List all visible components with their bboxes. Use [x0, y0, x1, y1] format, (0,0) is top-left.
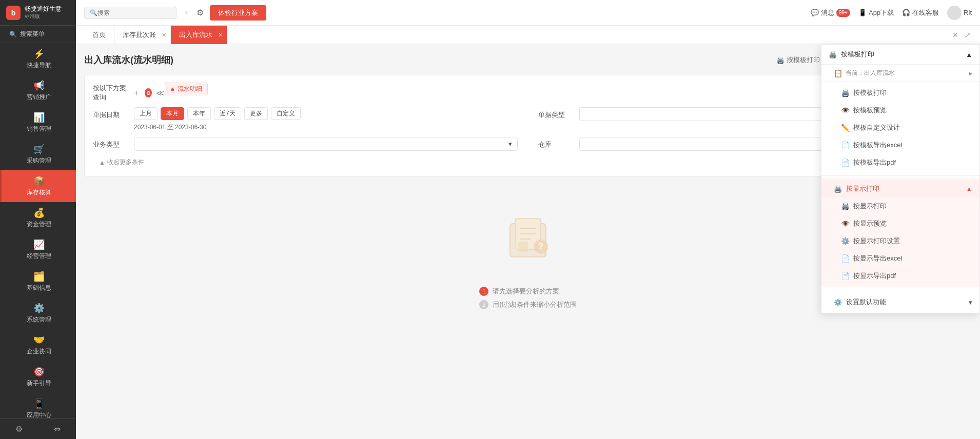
purchase-icon: 🛒 — [33, 144, 45, 155]
sidebar-collapse-btn[interactable]: ⇔ — [54, 424, 61, 434]
filter-expand-btn[interactable]: ≪ — [156, 88, 165, 98]
date-last-month-btn[interactable]: 上月 — [134, 107, 158, 120]
tab-home[interactable]: 首页 — [84, 26, 114, 44]
app-download-label: App下载 — [869, 8, 894, 17]
app-download-btn[interactable]: 📱 App下载 — [858, 8, 894, 17]
filter-name-tag[interactable]: ● 流水明细 — [165, 83, 208, 95]
empty-step-1: 1 请先选择要分析的方案 — [479, 285, 576, 298]
inventory-icon: 📦 — [33, 175, 45, 187]
operations-icon: 📈 — [33, 239, 45, 250]
dropdown-divider-1 — [821, 175, 979, 176]
date-more-btn[interactable]: 更多 — [244, 107, 268, 120]
dropdown-title: 按模板打印 — [841, 50, 874, 59]
filter-date-label: 单据日期 — [93, 107, 134, 119]
filter-date-range: 2023-06-01 至 2023-06-30 — [134, 123, 518, 132]
sidebar-item-finance[interactable]: 💰 资金管理 — [0, 202, 76, 234]
tab-stock-flow[interactable]: 出入库流水 × — [171, 26, 227, 44]
dropdown-template-preview-item[interactable]: 👁️ 按模板预览 — [821, 102, 979, 119]
filter-warehouse-label: 仓库 — [538, 137, 579, 149]
topbar-right: 💬 消息 99+ 📱 App下载 🎧 在线客服 Rit — [811, 6, 972, 20]
step-num-2: 2 — [479, 300, 488, 309]
dropdown-panel-header[interactable]: 🖨️ 按模板打印 ▲ — [821, 45, 979, 65]
tab-stock-flow-close[interactable]: × — [219, 31, 223, 38]
sidebar-item-system[interactable]: ⚙️ 系统管理 — [0, 297, 76, 329]
dropdown-display-section: 🖨️ 按显示打印 ▲ 🖨️ 按显示打印 👁️ 按显示预览 ⚙️ 按显示打印设置 … — [821, 178, 979, 287]
dropdown-chevron-up-icon: ▲ — [966, 51, 972, 58]
messages-btn[interactable]: 💬 消息 99+ — [811, 8, 850, 17]
topbar-gear-icon[interactable]: ⚙ — [197, 8, 204, 17]
dropdown-current-label: 当前：出入库流水 — [846, 69, 895, 77]
tab-close-all-btn[interactable]: ✕ — [951, 30, 959, 40]
sidebar-search[interactable]: 🔍 搜索菜单 — [0, 26, 76, 43]
app-name-area: 畅捷通好生意 标准版 — [25, 5, 62, 21]
finance-icon: 💰 — [33, 207, 45, 218]
date-7days-btn[interactable]: 近7天 — [214, 107, 241, 120]
sidebar-item-label: 快捷导航 — [27, 61, 51, 70]
sidebar-item-quick-nav[interactable]: ⚡ 快捷导航 — [0, 43, 76, 75]
sidebar-item-cooperation[interactable]: 🤝 企业协同 — [0, 329, 76, 361]
tab-right-buttons: ✕ ⤢ — [951, 30, 972, 40]
topbar-search-box[interactable]: 🔍 — [84, 7, 177, 19]
user-avatar-area[interactable]: Rit — [947, 6, 972, 20]
filter-main-label: 按以下方案查询 — [93, 84, 128, 102]
sidebar-item-label: 营销推广 — [27, 93, 51, 102]
display-export-pdf-icon: 📄 — [841, 272, 849, 280]
sidebar-item-label: 资金管理 — [27, 220, 51, 229]
template-export-pdf-icon: 📄 — [841, 158, 849, 167]
online-service-icon: 🎧 — [902, 9, 910, 16]
topbar-search-input[interactable] — [97, 9, 171, 16]
display-preview-icon: 👁️ — [841, 220, 849, 228]
industry-btn[interactable]: 体验行业方案 — [210, 5, 266, 21]
sidebar-settings-btn[interactable]: ⚙ — [15, 424, 23, 434]
dropdown-template-export-excel-item[interactable]: 📄 按模板导出excel — [821, 136, 979, 154]
display-print-icon: 🖨️ — [841, 202, 849, 210]
dropdown-template-export-pdf-item[interactable]: 📄 按模板导出pdf — [821, 154, 979, 171]
dropdown-display-export-excel-item[interactable]: 📄 按显示导出excel — [821, 250, 979, 267]
online-service-label: 在线客服 — [912, 8, 939, 17]
appcenter-icon: 📱 — [33, 398, 45, 409]
search-icon: 🔍 — [90, 9, 97, 16]
date-custom-btn[interactable]: 自定义 — [271, 107, 301, 120]
display-preview-label: 按显示预览 — [853, 219, 887, 228]
marketing-icon: 📢 — [33, 80, 45, 91]
sidebar-item-base[interactable]: 🗂️ 基础信息 — [0, 266, 76, 297]
filter-name-area: ● 流水明细 — [165, 83, 208, 95]
tab-inventory-batch-close[interactable]: × — [162, 31, 166, 38]
tab-expand-btn[interactable]: ⤢ — [964, 30, 972, 40]
template-preview-icon: 👁️ — [841, 106, 849, 114]
search-icon: 🔍 — [9, 31, 17, 38]
tab-inventory-batch[interactable]: 库存批次账 × — [114, 26, 171, 44]
dropdown-template-print-item[interactable]: 🖨️ 按模板打印 — [821, 84, 979, 102]
sidebar-item-operations[interactable]: 📈 经营管理 — [0, 234, 76, 266]
online-service-btn[interactable]: 🎧 在线客服 — [902, 8, 939, 17]
sidebar-item-sales[interactable]: 📊 销售管理 — [0, 107, 76, 138]
dropdown-default-header[interactable]: ⚙️ 设置默认功能 ▾ — [821, 293, 979, 311]
tab-home-label: 首页 — [92, 30, 106, 39]
dropdown-display-settings-item[interactable]: ⚙️ 按显示打印设置 — [821, 232, 979, 250]
date-this-month-btn[interactable]: 本月 — [161, 107, 184, 120]
filter-date-field: 上月 本月 本年 近7天 更多 自定义 2023-06-01 至 2023-06… — [134, 107, 518, 132]
sidebar-item-inventory[interactable]: 📦 库存核算 — [0, 170, 76, 202]
dropdown-divider-2 — [821, 289, 979, 289]
dropdown-current-chevron: ▸ — [969, 70, 972, 77]
dropdown-display-print-item[interactable]: 🖨️ 按显示打印 — [821, 197, 979, 215]
dropdown-display-header[interactable]: 🖨️ 按显示打印 ▲ — [821, 180, 979, 197]
sidebar-item-purchase[interactable]: 🛒 采购管理 — [0, 138, 76, 170]
sidebar-item-appcenter[interactable]: 📱 应用中心 — [0, 393, 76, 418]
template-customize-icon: ✏️ — [841, 124, 849, 132]
sidebar-item-label: 销售管理 — [27, 125, 51, 133]
collapse-btn[interactable]: ▲ 收起更多条件 — [93, 156, 150, 169]
filter-add-btn[interactable]: ＋ — [132, 88, 141, 98]
sidebar-logo: b 畅捷通好生意 标准版 — [0, 0, 76, 26]
sidebar-item-marketing[interactable]: 📢 营销推广 — [0, 75, 76, 107]
filter-business-select[interactable]: ▾ — [134, 137, 518, 151]
dropdown-template-customize-item[interactable]: ✏️ 模板自定义设计 — [821, 119, 979, 136]
dropdown-display-export-pdf-item[interactable]: 📄 按显示导出pdf — [821, 267, 979, 285]
display-print-label: 按显示打印 — [853, 202, 887, 211]
date-this-year-btn[interactable]: 本年 — [187, 107, 211, 120]
sidebar-item-guide[interactable]: 🎯 新手引导 — [0, 361, 76, 393]
dropdown-display-header-content: 🖨️ 按显示打印 — [834, 184, 879, 193]
dropdown-display-preview-item[interactable]: 👁️ 按显示预览 — [821, 215, 979, 232]
filter-tag-btn[interactable]: ⚙ — [145, 88, 152, 97]
template-customize-label: 模板自定义设计 — [853, 123, 900, 132]
